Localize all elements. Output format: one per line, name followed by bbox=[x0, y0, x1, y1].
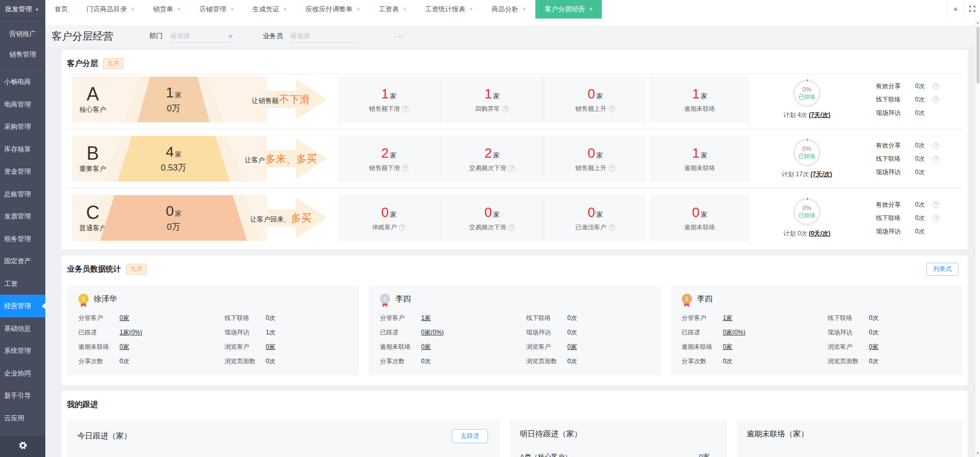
salesperson-select[interactable]: 请选择 bbox=[290, 29, 359, 43]
tier-section-card: 客户分层 九月 A核心客户1家0万让销售额不下滑1家销售额下滑?1家回购异常?0… bbox=[62, 50, 968, 249]
stat: 1家销售额下滑? bbox=[337, 76, 440, 123]
side-stat: 现场拜访0次 bbox=[876, 226, 961, 237]
tab-close-icon[interactable]: × bbox=[177, 6, 181, 13]
department-select[interactable]: 请选择 ˅ bbox=[170, 29, 232, 43]
tab[interactable]: 应收应付调整单× bbox=[296, 0, 369, 19]
sidebar-item[interactable]: 采购管理 bbox=[0, 115, 45, 138]
gauge-plan-link[interactable]: (7天/次) bbox=[809, 111, 831, 119]
salesperson-stat-value[interactable]: 1家 bbox=[421, 314, 431, 323]
salesperson-stat-value[interactable]: 0家 bbox=[567, 343, 577, 351]
sidebar-item[interactable]: 工资 bbox=[0, 273, 45, 295]
tab-close-icon[interactable]: × bbox=[230, 6, 234, 13]
vertical-scrollbar[interactable]: ▲ ▼ bbox=[975, 19, 980, 457]
sidebar-item[interactable]: 库存核算 bbox=[0, 138, 45, 161]
help-icon[interactable]: ? bbox=[933, 83, 939, 90]
tab[interactable]: 商品分析× bbox=[482, 0, 535, 19]
go-followup-button[interactable]: 去跟进 bbox=[452, 429, 488, 443]
tab-close-icon[interactable]: × bbox=[403, 6, 407, 13]
salesperson-stat-value: 0次 bbox=[567, 357, 577, 366]
sidebar-item[interactable]: 税务管理 bbox=[0, 228, 45, 250]
scroll-up-icon[interactable]: ▲ bbox=[975, 21, 980, 24]
sidebar-group-label: 批发管理 bbox=[5, 5, 32, 14]
sidebar-settings-button[interactable] bbox=[0, 435, 45, 457]
tab[interactable]: 工资统计报表× bbox=[416, 0, 482, 19]
tab-close-icon[interactable]: × bbox=[357, 6, 360, 13]
sidebar-item[interactable]: 云应用 bbox=[0, 407, 45, 430]
salesperson-stat-value[interactable]: 0家 bbox=[120, 314, 129, 323]
sidebar-sub-item[interactable]: 销售管理 bbox=[0, 44, 45, 65]
salesperson-stat-value[interactable]: 0家 bbox=[120, 343, 129, 351]
help-icon[interactable]: ? bbox=[502, 106, 509, 112]
sidebar-item[interactable]: 小畅电商 bbox=[0, 71, 45, 93]
salesperson-stat-value[interactable]: 1家(0%) bbox=[120, 328, 142, 337]
help-icon[interactable]: ? bbox=[399, 224, 405, 231]
sidebar-item[interactable]: 发票管理 bbox=[0, 205, 45, 228]
help-icon[interactable]: ? bbox=[609, 224, 615, 231]
salesperson-stat-value: 0次 bbox=[869, 314, 878, 323]
help-icon[interactable]: ? bbox=[609, 106, 615, 112]
sidebar-sub-item[interactable]: 营销推广 bbox=[0, 24, 45, 44]
tab-close-icon[interactable]: × bbox=[131, 6, 134, 13]
tab[interactable]: 门店商品目录× bbox=[77, 0, 144, 19]
salesperson-stat-value[interactable]: 1家 bbox=[723, 314, 733, 323]
salesperson-stat-value[interactable]: 0家 bbox=[869, 343, 878, 351]
tab[interactable]: 店铺管理× bbox=[190, 0, 243, 19]
tab[interactable]: 客户分层经营× bbox=[535, 0, 602, 19]
sidebar-item[interactable]: 总账管理 bbox=[0, 183, 45, 206]
sidebar-item[interactable]: 资金管理 bbox=[0, 160, 45, 183]
sidebar-item[interactable]: 经营管理 bbox=[0, 295, 45, 317]
tab[interactable]: 销货单× bbox=[144, 0, 190, 19]
sidebar-item[interactable]: 电商管理 bbox=[0, 93, 45, 116]
salesperson-stat: 浏览客户0家 bbox=[515, 341, 661, 352]
help-icon[interactable]: ? bbox=[933, 156, 939, 162]
salesperson-stat-value: 0次 bbox=[120, 357, 129, 366]
list-view-button[interactable]: 列表式 bbox=[926, 263, 958, 276]
scroll-down-icon[interactable]: ▼ bbox=[975, 451, 980, 455]
gauge-plan-link[interactable]: (0天/次) bbox=[809, 230, 831, 237]
department-label: 部门 bbox=[149, 31, 163, 41]
sidebar-item[interactable]: 新手引导 bbox=[0, 384, 45, 407]
salesperson-stat-value[interactable]: 0家 bbox=[421, 343, 431, 351]
fullscreen-button[interactable] bbox=[964, 0, 980, 19]
tab-close-icon[interactable]: × bbox=[589, 6, 593, 13]
sidebar-item[interactable]: 基础信息 bbox=[0, 317, 45, 340]
salesperson-stat-label: 浏览页面数 bbox=[225, 357, 266, 366]
help-icon[interactable]: ? bbox=[402, 165, 409, 172]
help-icon[interactable]: ? bbox=[933, 215, 939, 222]
help-icon[interactable]: ? bbox=[402, 106, 409, 112]
salesperson-stat-value[interactable]: 0家 bbox=[723, 343, 733, 351]
tab[interactable]: 生成凭证× bbox=[243, 0, 296, 19]
tier-row: B重要客户4家0.53万让客户多来、多买2家销售额下滑?2家交易频次下滑?0家销… bbox=[67, 136, 962, 182]
salesperson-stat: 线下联络0次 bbox=[213, 312, 360, 324]
help-icon[interactable]: ? bbox=[508, 224, 515, 231]
sidebar-item[interactable]: 系统管理 bbox=[0, 340, 45, 362]
tab-close-icon[interactable]: × bbox=[469, 6, 473, 13]
help-icon[interactable]: ? bbox=[933, 201, 939, 208]
help-icon[interactable]: ? bbox=[508, 165, 515, 172]
side-stat: 现场拜访0次 bbox=[876, 107, 961, 119]
tab-close-icon[interactable]: × bbox=[522, 6, 526, 13]
stat-label: 逾期未联络 bbox=[684, 105, 715, 113]
salesperson-stat-value: 0次 bbox=[723, 357, 733, 366]
salesperson-stat-value: 0次 bbox=[869, 328, 878, 337]
sidebar-item[interactable]: 固定资产 bbox=[0, 250, 45, 273]
help-icon[interactable]: ? bbox=[933, 142, 939, 149]
salesperson-stat-value[interactable]: 0家(0%) bbox=[723, 328, 746, 337]
department-placeholder: 请选择 bbox=[170, 31, 190, 41]
salesperson-stat-value[interactable]: 0家 bbox=[266, 343, 276, 351]
sidebar-group-header[interactable]: 批发管理 ▲ bbox=[0, 0, 45, 19]
help-icon[interactable]: ? bbox=[609, 165, 615, 172]
sidebar-item[interactable]: 企业协同 bbox=[0, 362, 45, 385]
tab-close-icon[interactable]: × bbox=[283, 6, 287, 13]
more-filters-icon[interactable]: ··· bbox=[395, 32, 403, 40]
tab[interactable]: 首页 bbox=[45, 0, 77, 19]
tab-label: 首页 bbox=[55, 5, 68, 14]
tab[interactable]: 工资表× bbox=[369, 0, 416, 19]
gauge-plan-link[interactable]: (7天/次) bbox=[810, 171, 832, 178]
salesperson-stat-label: 线下联络 bbox=[827, 314, 869, 323]
scrollbar-thumb[interactable] bbox=[976, 27, 979, 83]
help-icon[interactable]: ? bbox=[933, 96, 939, 103]
salesperson-stat-value[interactable]: 0家(0%) bbox=[421, 328, 444, 337]
close-all-tabs-button[interactable]: × bbox=[947, 0, 964, 19]
stat-label: 已激活客户? bbox=[576, 223, 615, 232]
